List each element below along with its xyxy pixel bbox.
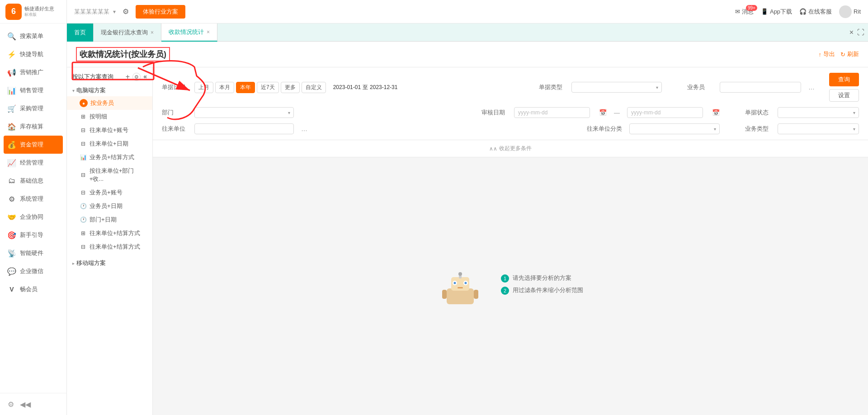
tab-close-all-icon[interactable]: × xyxy=(849,28,854,37)
tree-item-unit-date-label: 往来单位+日期 xyxy=(90,140,128,148)
sidebar-item-system[interactable]: ⚙ 系统管理 xyxy=(0,190,66,208)
date-btn-this-month[interactable]: 本月 xyxy=(215,82,234,93)
filter-row-1: 单据日期 上月 本月 本年 近7天 更多 自定义 2023-01-01 xyxy=(162,73,859,102)
sidebar-item-newbie[interactable]: 🎯 新手引导 xyxy=(0,226,66,244)
logo-area: 6 畅捷通好生意 标准版 xyxy=(0,0,66,24)
tree-group-mobile: ▸ 移动端方案 xyxy=(67,257,152,269)
tab-maximize-icon[interactable]: ⛶ xyxy=(857,28,864,37)
collapse-sidebar-icon[interactable]: ◀◀ xyxy=(20,399,31,410)
sidebar-item-enterprise[interactable]: 🤝 企业协同 xyxy=(0,208,66,226)
scheme-settings-icon[interactable]: ⚙ xyxy=(132,73,141,81)
tab-home-label: 首页 xyxy=(74,28,86,37)
tree-item-salesman-account[interactable]: ⊟ 业务员+账号 xyxy=(67,186,152,199)
sidebar-item-label: 资金管理 xyxy=(20,141,43,149)
app-download-button[interactable]: 📱 App下载 xyxy=(761,8,792,16)
tree-item-salesman-date[interactable]: 🕐 业务员+日期 xyxy=(67,199,152,213)
settings-button[interactable]: 设置 xyxy=(829,89,859,102)
collapse-row[interactable]: ∧∧ 收起更多条件 xyxy=(153,140,868,157)
date-btn-last-month[interactable]: 上月 xyxy=(194,82,213,93)
download-icon: 📱 xyxy=(761,8,768,15)
sidebar-item-funds[interactable]: 💰 资金管理 xyxy=(4,136,63,154)
tab-collection-stats-label: 收款情况统计 xyxy=(169,28,204,36)
sidebar-item-quick-nav[interactable]: ⚡ 快捷导航 xyxy=(0,45,66,63)
date-btn-more[interactable]: 更多 xyxy=(281,82,300,93)
tree-group-mobile-label[interactable]: ▸ 移动端方案 xyxy=(67,257,152,269)
tree-item-unit-dept[interactable]: ⊟ 按往来单位+部门+收... xyxy=(67,164,152,186)
tree-item-unit-settlement1[interactable]: ⊞ 往来单位+结算方式 xyxy=(67,226,152,240)
tree-item-unit-account[interactable]: ⊟ 往来单位+账号 xyxy=(67,123,152,137)
header-breadcrumb: 某某某某某某 xyxy=(74,8,109,16)
tab-bank-flow-close[interactable]: × xyxy=(151,29,154,36)
member-icon: V xyxy=(7,285,16,294)
sidebar-item-inventory[interactable]: 🏠 库存核算 xyxy=(0,118,66,136)
tree-group-desktop-label[interactable]: ▾ 电脑端方案 xyxy=(67,85,152,96)
top-header: 某某某某某某 ▾ ⚙ 体验行业方案 ✉ 消息 99+ 📱 App下载 🎧 在线客… xyxy=(67,0,868,24)
sidebar-item-operation[interactable]: 📈 经营管理 xyxy=(0,154,66,172)
sidebar-item-enterprise-wechat[interactable]: 💬 企业微信 xyxy=(0,262,66,280)
salesman-input[interactable] xyxy=(720,82,801,93)
export-button[interactable]: ↑ 导出 xyxy=(819,50,835,58)
header-gear-icon[interactable]: ⚙ xyxy=(119,5,132,18)
tree-item-dept-date[interactable]: 🕐 部门+日期 xyxy=(67,213,152,226)
date-btn-last-7-days[interactable]: 近7天 xyxy=(257,82,279,93)
tree-item-by-detail[interactable]: ⊞ 按明细 xyxy=(67,110,152,123)
sidebar-item-label: 基础信息 xyxy=(20,177,43,185)
tab-home[interactable]: 首页 xyxy=(67,24,94,42)
sidebar-item-search-menu[interactable]: 🔍 搜索菜单 xyxy=(0,27,66,45)
unit-date-icon: ⊟ xyxy=(80,140,87,147)
message-icon: ✉ xyxy=(735,8,740,15)
sidebar-item-marketing[interactable]: 📢 营销推广 xyxy=(0,63,66,81)
date-btn-this-year[interactable]: 本年 xyxy=(236,82,255,93)
refresh-button[interactable]: ↻ 刷新 xyxy=(840,50,859,58)
sidebar-navigation: 🔍 搜索菜单 ⚡ 快捷导航 📢 营销推广 📊 销售管理 🛒 采购管理 🏠 xyxy=(0,24,66,393)
sidebar-item-sales[interactable]: 📊 销售管理 xyxy=(0,81,66,99)
date-end: 2023-12-31 xyxy=(370,84,397,90)
left-panel-header-actions: + ⚙ « xyxy=(126,73,147,81)
audit-date-start-calendar-icon[interactable]: 📅 xyxy=(599,109,607,116)
tree-item-salesman-payment[interactable]: 📊 业务员+结算方式 xyxy=(67,151,152,164)
tab-collection-stats-close[interactable]: × xyxy=(207,29,210,35)
date-btn-custom[interactable]: 自定义 xyxy=(302,82,326,93)
tab-collection-stats[interactable]: 收款情况统计 × xyxy=(161,24,217,42)
date-buttons-group: 上月 本月 本年 近7天 更多 自定义 xyxy=(194,82,326,93)
tree-item-unit-date[interactable]: ⊟ 往来单位+日期 xyxy=(67,137,152,151)
newbie-icon: 🎯 xyxy=(7,231,16,240)
status-select-wrapper: ▾ xyxy=(778,107,859,118)
audit-date-start-input[interactable] xyxy=(514,107,590,118)
tab-bank-flow[interactable]: 现金银行流水查询 × xyxy=(94,24,161,42)
query-button[interactable]: 查询 xyxy=(829,73,859,86)
sidebar-item-smart-hw[interactable]: 📡 智能硬件 xyxy=(0,244,66,262)
tree-item-by-salesman[interactable]: ● 按业务员 xyxy=(67,96,152,110)
settings-bottom-icon[interactable]: ⚙ xyxy=(5,399,16,410)
main-content: 某某某某某某 ▾ ⚙ 体验行业方案 ✉ 消息 99+ 📱 App下载 🎧 在线客… xyxy=(67,0,868,415)
add-scheme-icon[interactable]: + xyxy=(126,73,130,81)
from-unit-category-select[interactable] xyxy=(629,123,720,134)
tree-item-unit-settlement2[interactable]: ⊟ 往来单位+结算方式 xyxy=(67,240,152,254)
expand-mobile-icon: ▸ xyxy=(72,261,75,266)
messages-button[interactable]: ✉ 消息 99+ xyxy=(735,8,754,16)
dept-select[interactable] xyxy=(194,107,294,118)
user-avatar-area[interactable]: Rit xyxy=(839,5,861,18)
sidebar-item-member[interactable]: V 畅会员 xyxy=(0,280,66,298)
trial-button[interactable]: 体验行业方案 xyxy=(136,5,185,19)
status-select[interactable] xyxy=(778,107,859,118)
online-service-label: 在线客服 xyxy=(808,8,832,16)
sidebar-item-purchase[interactable]: 🛒 采购管理 xyxy=(0,99,66,118)
audit-date-end-input[interactable] xyxy=(627,107,703,118)
online-service-button[interactable]: 🎧 在线客服 xyxy=(799,8,832,16)
sidebar-item-label: 库存核算 xyxy=(20,123,43,131)
business-type-select[interactable] xyxy=(778,123,859,134)
sidebar-bottom: ⚙ ◀◀ xyxy=(0,393,66,415)
collapse-panel-icon[interactable]: « xyxy=(143,73,147,81)
from-unit-more-icon[interactable]: … xyxy=(301,125,307,132)
from-unit-input[interactable] xyxy=(194,123,294,134)
sidebar-item-label: 新手引导 xyxy=(20,231,43,239)
salesman-more-icon[interactable]: … xyxy=(808,84,815,91)
sidebar-item-basic-info[interactable]: 🗂 基础信息 xyxy=(0,172,66,190)
header-left: 某某某某某某 ▾ ⚙ 体验行业方案 xyxy=(74,5,185,19)
header-dropdown-icon[interactable]: ▾ xyxy=(113,9,116,15)
type-select[interactable] xyxy=(571,82,662,93)
audit-date-end-calendar-icon[interactable]: 📅 xyxy=(712,109,720,116)
page-header-actions: ↑ 导出 ↻ 刷新 xyxy=(819,50,859,58)
page-title: 收款情况统计(按业务员) xyxy=(76,47,170,61)
